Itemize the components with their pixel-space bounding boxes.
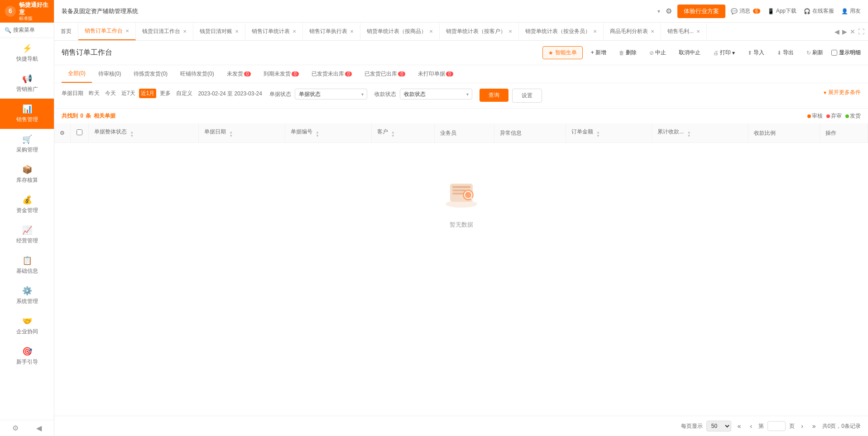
settings-bottom-icon[interactable]: ⚙ (12, 424, 19, 432)
date-btn-1month[interactable]: 近1月 (139, 89, 157, 98)
sidebar-item-marketing[interactable]: 📢 营销推广 (0, 68, 54, 99)
date-btn-more[interactable]: 更多 (158, 89, 173, 98)
sidebar-item-guide[interactable]: 🎯 新手引导 (0, 341, 54, 371)
tab-cash-daily[interactable]: 钱货日清工作台 ✕ (136, 23, 193, 40)
sidebar-item-operation[interactable]: 📈 经营管理 (0, 220, 54, 250)
tab-home[interactable]: 首页 (54, 23, 78, 40)
subtab-expired-not-shipped[interactable]: 到期未发货0 (257, 66, 305, 82)
last-page-btn[interactable]: » (810, 422, 819, 431)
tab-sales-summary-product[interactable]: 销货单统计表（按商品） ✕ (360, 23, 440, 40)
date-sort-icon[interactable]: ▲▼ (229, 131, 233, 138)
subtab-not-printed[interactable]: 未打印单据0 (412, 66, 460, 82)
smart-button[interactable]: ★ 智能生单 (542, 46, 583, 59)
tab-sales-exec[interactable]: 销售订单执行表 ✕ (303, 23, 360, 40)
payment-select-wrap: 收款状态 (400, 89, 472, 100)
app-download-action[interactable]: 📱 App下载 (767, 7, 796, 15)
subtab-pending-inspect[interactable]: 待拣货发货(0) (127, 66, 174, 82)
subtab-shipped-not-out[interactable]: 已发货未出库0 (305, 66, 359, 82)
tab-sales-summary-product-close[interactable]: ✕ (429, 29, 433, 34)
tab-sales-more[interactable]: 销售毛利... ✕ (661, 23, 707, 40)
date-btn-today[interactable]: 今天 (103, 89, 118, 98)
sidebar-item-sales[interactable]: 📊 销售管理 (0, 99, 54, 129)
date-btn-yesterday[interactable]: 昨天 (87, 89, 101, 98)
review-action[interactable]: 审核 (807, 112, 823, 120)
sidebar-item-purchase[interactable]: 🛒 采购管理 (0, 129, 54, 159)
tab-cash-reconcile[interactable]: 钱货日清对账 ✕ (193, 23, 245, 40)
empty-state: 暂无数据 (54, 143, 868, 256)
tab-sales-summary-customer[interactable]: 销货单统计表（按客户） ✕ (440, 23, 519, 40)
collapse-icon[interactable]: ◀ (36, 424, 42, 432)
refresh-button[interactable]: ↻ 刷新 (802, 47, 828, 59)
experience-button[interactable]: 体验行业方案 (677, 5, 725, 18)
tab-sales-summary-staff-close[interactable]: ✕ (593, 29, 597, 34)
tab-sales-stat[interactable]: 销售订单统计表 ✕ (245, 23, 303, 40)
message-action[interactable]: 💬 消息 6 (731, 7, 760, 15)
operation-icon: 📈 (22, 225, 32, 235)
system-chevron-icon[interactable]: ▾ (657, 8, 660, 14)
reject-action[interactable]: 弃审 (826, 112, 842, 120)
amount-sort-icon[interactable]: ▲▼ (596, 131, 600, 138)
sales-icon: 📊 (22, 104, 32, 114)
sidebar-item-inventory[interactable]: 📦 库存核算 (0, 159, 54, 190)
tab-sales-exec-close[interactable]: ✕ (350, 29, 354, 34)
tab-nav-close[interactable]: ✕ (850, 28, 855, 35)
print-button[interactable]: 🖨 打印 ▾ (709, 47, 739, 59)
tab-sales-workbench-close[interactable]: ✕ (125, 28, 129, 33)
tab-gross-analysis[interactable]: 商品毛利分析表 ✕ (604, 23, 661, 40)
subtab-shipped-out[interactable]: 已发货已出库0 (358, 66, 412, 82)
delete-button[interactable]: 🗑 删除 (614, 47, 641, 59)
sidebar-item-system[interactable]: ⚙️ 系统管理 (0, 280, 54, 311)
marketing-icon: 📢 (22, 74, 32, 84)
sidebar-search[interactable]: 🔍 搜索菜单 (0, 23, 54, 38)
tab-nav-expand[interactable]: ⛶ (858, 28, 864, 35)
show-detail-checkbox[interactable]: 显示明细 (831, 49, 861, 57)
detail-checkbox-input[interactable] (831, 50, 837, 56)
sidebar-item-quick-nav[interactable]: ⚡ 快捷导航 (0, 38, 54, 68)
received-sort-icon[interactable]: ▲▼ (687, 131, 691, 138)
import-button[interactable]: ⬆ 导入 (743, 47, 769, 59)
export-button[interactable]: ⬇ 导出 (772, 47, 798, 59)
page-input[interactable]: 1 (767, 421, 786, 431)
cancel-stop-button[interactable]: 取消中止 (674, 47, 705, 59)
topbar-settings-icon[interactable]: ⚙ (666, 7, 672, 15)
subtab-all[interactable]: 全部(0) (62, 65, 92, 83)
status-sort-icon[interactable]: ▲▼ (130, 131, 134, 138)
stop-button[interactable]: ⊘ 中止 (645, 47, 671, 59)
online-support-action[interactable]: 🎧 在线客服 (804, 7, 834, 15)
tab-sales-summary-staff[interactable]: 销货单统计表（按业务员） ✕ (519, 23, 604, 40)
date-btn-7days[interactable]: 近7天 (120, 89, 137, 98)
prev-page-btn[interactable]: ‹ (748, 422, 755, 431)
subtab-pending-review[interactable]: 待审核(0) (92, 66, 128, 82)
subtab-wangpu[interactable]: 旺铺待发货(0) (174, 66, 221, 82)
tab-nav-prev[interactable]: ◀ (834, 28, 839, 35)
sidebar-item-finance[interactable]: 💰 资金管理 (0, 190, 54, 220)
payment-select[interactable]: 收款状态 (400, 89, 472, 100)
tab-sales-summary-customer-close[interactable]: ✕ (508, 29, 512, 34)
tab-sales-more-close[interactable]: ✕ (696, 29, 700, 34)
add-button[interactable]: + 新增 (586, 47, 611, 59)
customer-sort-icon[interactable]: ▲▼ (391, 131, 395, 138)
query-button[interactable]: 查询 (480, 89, 508, 102)
tab-gross-analysis-close[interactable]: ✕ (651, 29, 654, 34)
status-select[interactable]: 单据状态 (295, 89, 367, 100)
number-sort-icon[interactable]: ▲▼ (316, 131, 319, 138)
tab-nav-next[interactable]: ▶ (842, 28, 847, 35)
tab-sales-stat-close[interactable]: ✕ (293, 29, 296, 34)
subtabs: 全部(0) 待审核(0) 待拣货发货(0) 旺铺待发货(0) 未发货0 到期未发… (54, 65, 868, 83)
tab-cash-daily-close[interactable]: ✕ (183, 29, 187, 34)
tab-cash-reconcile-close[interactable]: ✕ (235, 29, 239, 34)
expand-more-button[interactable]: ▾ 展开更多条件 (824, 89, 861, 96)
user-action[interactable]: 👤 用友 (841, 7, 861, 15)
set-button[interactable]: 设置 (512, 89, 542, 103)
subtab-not-shipped[interactable]: 未发货0 (221, 66, 258, 82)
sidebar-item-basic[interactable]: 📋 基础信息 (0, 250, 54, 280)
date-btn-custom[interactable]: 自定义 (174, 89, 194, 98)
next-page-btn[interactable]: › (798, 422, 806, 431)
select-all-checkbox[interactable] (77, 129, 82, 135)
tab-sales-workbench[interactable]: 销售订单工作台 ✕ (78, 23, 136, 40)
column-settings-icon[interactable]: ⚙ (60, 130, 65, 136)
ship-action[interactable]: 发货 (845, 112, 861, 120)
per-page-select[interactable]: 50 10 20 100 (706, 421, 731, 431)
sidebar-item-enterprise[interactable]: 🤝 企业协同 (0, 311, 54, 341)
first-page-btn[interactable]: « (735, 422, 744, 431)
